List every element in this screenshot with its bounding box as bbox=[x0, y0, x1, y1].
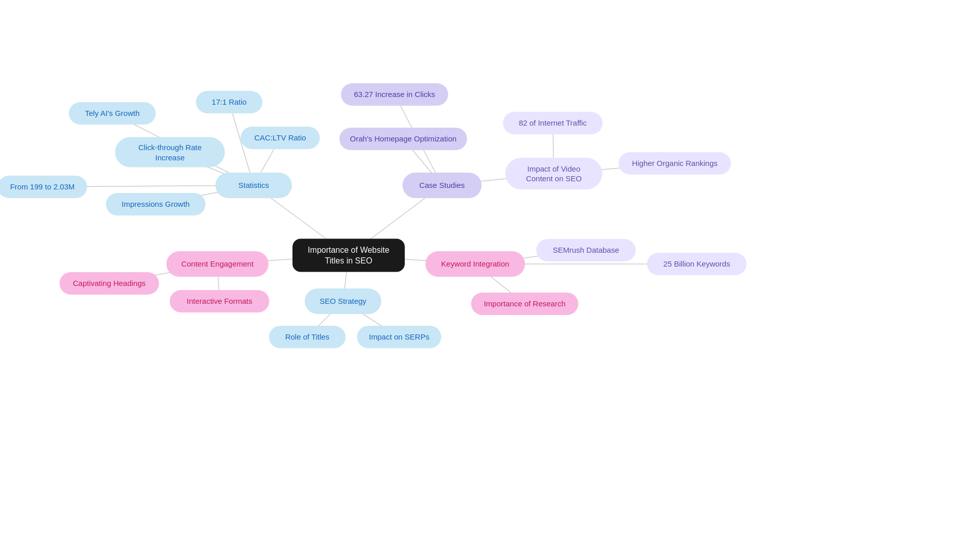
node-seo-strategy[interactable]: SEO Strategy bbox=[305, 288, 381, 314]
node-25-billion[interactable]: 25 Billion Keywords bbox=[647, 253, 747, 275]
node-impressions[interactable]: Impressions Growth bbox=[106, 193, 206, 215]
node-interactive-formats[interactable]: Interactive Formats bbox=[170, 290, 270, 312]
node-impact-serps[interactable]: Impact on SERPs bbox=[357, 326, 442, 348]
node-increase-clicks[interactable]: 63.27 Increase in Clicks bbox=[341, 83, 448, 106]
node-semrush-db[interactable]: SEMrush Database bbox=[536, 239, 636, 261]
node-center[interactable]: Importance of Website Titles in SEO bbox=[292, 239, 405, 272]
node-importance-research[interactable]: Importance of Research bbox=[471, 293, 578, 315]
node-content-engagement[interactable]: Content Engagement bbox=[166, 251, 268, 277]
mindmap-container: Importance of Website Titles in SEOStati… bbox=[0, 0, 980, 553]
node-internet-traffic[interactable]: 82 of Internet Traffic bbox=[503, 112, 603, 134]
node-ratio-17[interactable]: 17:1 Ratio bbox=[196, 91, 262, 113]
node-from-199[interactable]: From 199 to 2.03M bbox=[0, 176, 87, 198]
node-cac-ltv[interactable]: CAC:LTV Ratio bbox=[241, 127, 320, 149]
node-tely-growth[interactable]: Tely AI's Growth bbox=[69, 102, 156, 125]
node-video-content[interactable]: Impact of Video Content on SEO bbox=[505, 158, 602, 189]
node-case-studies[interactable]: Case Studies bbox=[403, 173, 482, 198]
node-ctr-increase[interactable]: Click-through Rate Increase bbox=[115, 137, 225, 167]
node-statistics[interactable]: Statistics bbox=[215, 173, 292, 198]
node-role-of-titles[interactable]: Role of Titles bbox=[269, 326, 346, 348]
node-captivating-headings[interactable]: Captivating Headings bbox=[60, 272, 159, 295]
node-higher-rankings[interactable]: Higher Organic Rankings bbox=[619, 152, 731, 175]
node-keyword-integration[interactable]: Keyword Integration bbox=[426, 251, 525, 277]
node-orah-homepage[interactable]: Orah's Homepage Optimization bbox=[339, 128, 467, 150]
